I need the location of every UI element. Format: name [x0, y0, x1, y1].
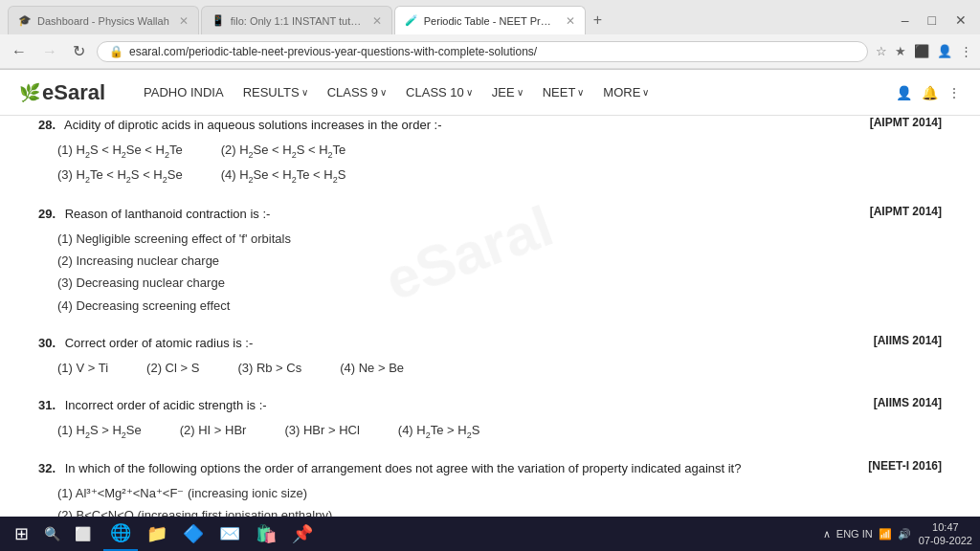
system-tray: ∧ ENG IN 📶 🔊 [823, 528, 911, 540]
neet-arrow: ∨ [577, 87, 584, 98]
taskbar-browser-app[interactable]: 🌐 [103, 517, 138, 551]
q30-source: [AIIMS 2014] [874, 334, 942, 347]
nav-class9[interactable]: CLASS 9 ∨ [327, 85, 387, 99]
nav-class10[interactable]: CLASS 10 ∨ [406, 85, 473, 99]
clock[interactable]: 10:47 07-09-2022 [919, 520, 972, 548]
star-icon[interactable]: ★ [895, 44, 906, 58]
nav-neet[interactable]: NEET ∨ [543, 85, 585, 99]
tab-filo[interactable]: 📱 filo: Only 1:1 INSTANT tutoring 6 ✕ [201, 6, 392, 34]
browser-chrome: 🎓 Dashboard - Physics Wallah ✕ 📱 filo: O… [0, 0, 980, 70]
q30-text: Correct order of atomic radius is :- [65, 336, 254, 350]
taskbar-mail-app[interactable]: ✉️ [212, 517, 247, 551]
q30-header: 30. Correct order of atomic radius is :-… [38, 334, 942, 353]
minimize-button[interactable]: – [896, 11, 915, 30]
taskbar-store-app[interactable]: 🛍️ [249, 517, 283, 551]
q30-opt4: (4) Ne > Be [340, 357, 404, 379]
nav-more[interactable]: MORE ∨ [603, 85, 649, 99]
q28-options: (1) H2S < H2Se < H2Te (2) H2Se < H2S < H… [57, 139, 942, 188]
q29-source: [AIPMT 2014] [870, 205, 942, 218]
q30-opt3: (3) Rb > Cs [237, 357, 301, 379]
forward-button[interactable]: → [38, 41, 61, 62]
logo-leaf-icon: 🌿 [19, 82, 40, 103]
q28-header: 28. Acidity of diprotic acids in aqueous… [38, 116, 942, 135]
taskbar-extra-app[interactable]: 📌 [285, 517, 320, 551]
nav-padho-india[interactable]: PADHO INDIA [144, 85, 224, 99]
nav-results[interactable]: RESULTS ∨ [243, 85, 308, 99]
q28-source: [AIPMT 2014] [870, 116, 942, 129]
start-button[interactable]: ⊞ [8, 520, 34, 547]
maximize-button[interactable]: □ [923, 11, 942, 30]
question-30: 30. Correct order of atomic radius is :-… [38, 334, 942, 379]
bookmark-icon[interactable]: ☆ [876, 44, 887, 58]
q31-opt1: (1) H2S > H2Se [57, 419, 142, 443]
q28-number: 28. [38, 118, 56, 132]
refresh-button[interactable]: ↻ [69, 40, 89, 62]
address-bar[interactable]: 🔒 esaral.com/periodic-table-neet-previou… [97, 41, 868, 62]
q31-number: 31. [38, 398, 56, 412]
q29-opt1: (1) Negligible screening effect of 'f' o… [57, 228, 942, 250]
q31-header: 31. Incorrect order of acidic strength i… [38, 396, 942, 415]
new-tab-button[interactable]: + [588, 11, 608, 29]
settings-icon[interactable]: ⋮ [947, 85, 961, 100]
question-29: 29. Reason of lanthanoid contraction is … [38, 205, 942, 317]
taskbar-edge-app[interactable]: 🔷 [176, 517, 211, 551]
q29-text: Reason of lanthanoid contraction is :- [65, 207, 271, 221]
address-bar-row: ← → ↻ 🔒 esaral.com/periodic-table-neet-p… [0, 34, 980, 69]
q30-option-row: (1) V > Ti (2) Cl > S (3) Rb > Cs (4) Ne… [57, 357, 942, 379]
extension-icon[interactable]: ⬛ [914, 44, 929, 58]
q31-opt2: (2) HI > HBr [180, 419, 247, 443]
profile-header-icon[interactable]: 👤 [896, 85, 912, 100]
q28-text: Acidity of diprotic acids in aqueous sol… [64, 118, 442, 132]
tab-periodic[interactable]: 🧪 Periodic Table - NEET Previous Y... ✕ [394, 6, 586, 34]
time-display: 10:47 [919, 520, 972, 534]
close-tab-3[interactable]: ✕ [566, 14, 575, 28]
site-header: 🌿 eSaral PADHO INDIA RESULTS ∨ CLASS 9 ∨… [0, 70, 980, 116]
q31-source: [AIIMS 2014] [874, 396, 942, 409]
search-taskbar-button[interactable]: 🔍 [38, 520, 65, 547]
browser-action-icons: ☆ ★ ⬛ 👤 ⋮ [876, 44, 972, 58]
q28-opt1: (1) H2S < H2Se < H2Te [57, 139, 183, 163]
wifi-icon[interactable]: 📶 [879, 528, 892, 540]
taskbar-app-pins: 🌐 📁 🔷 ✉️ 🛍️ 📌 [103, 517, 320, 551]
q30-number: 30. [38, 336, 56, 350]
q31-option-row: (1) H2S > H2Se (2) HI > HBr (3) HBr > HC… [57, 419, 942, 443]
q29-opt3: (3) Decreasing nuclear charge [57, 272, 942, 294]
q30-opt2: (2) Cl > S [146, 357, 199, 379]
jee-arrow: ∨ [517, 87, 523, 98]
nav-jee[interactable]: JEE ∨ [492, 85, 523, 99]
q31-options: (1) H2S > H2Se (2) HI > HBr (3) HBr > HC… [57, 419, 942, 443]
close-window-button[interactable]: ✕ [949, 11, 972, 30]
close-tab-1[interactable]: ✕ [179, 14, 189, 28]
back-button[interactable]: ← [8, 41, 31, 62]
volume-icon[interactable]: 🔊 [898, 528, 911, 540]
q29-opt2: (2) Increasing nuclear charge [57, 250, 942, 272]
q29-number: 29. [38, 207, 56, 221]
taskbar-explorer-app[interactable]: 📁 [140, 517, 174, 551]
tab-dashboard[interactable]: 🎓 Dashboard - Physics Wallah ✕ [8, 6, 199, 34]
q32-source: [NEET-I 2016] [868, 459, 942, 473]
more-arrow: ∨ [642, 87, 649, 98]
taskbar: ⊞ 🔍 ⬜ 🌐 📁 🔷 ✉️ 🛍️ 📌 ∧ ENG IN 📶 🔊 10:47 0… [0, 517, 980, 551]
class9-arrow: ∨ [380, 87, 387, 98]
site-logo[interactable]: 🌿 eSaral [19, 80, 105, 105]
q29-options: (1) Negligible screening effect of 'f' o… [57, 228, 942, 318]
q30-opt1: (1) V > Ti [57, 357, 108, 379]
q31-opt3: (3) HBr > HCl [284, 419, 359, 443]
q28-option-row-2: (3) H2Te < H2S < H2Se (4) H2Se < H2Te < … [57, 164, 942, 187]
question-28: 28. Acidity of diprotic acids in aqueous… [38, 116, 942, 187]
date-display: 07-09-2022 [919, 534, 972, 547]
site-navigation: PADHO INDIA RESULTS ∨ CLASS 9 ∨ CLASS 10… [144, 85, 896, 99]
q29-opt4: (4) Decreasing screening effect [57, 295, 942, 317]
q31-text: Incorrect order of acidic strength is :- [65, 398, 267, 412]
tray-lang: ENG IN [836, 528, 873, 540]
q31-opt4: (4) H2Te > H2S [398, 419, 480, 443]
taskview-button[interactable]: ⬜ [69, 520, 96, 547]
menu-icon[interactable]: ⋮ [960, 44, 972, 58]
q32-header: 32. In which of the following options th… [38, 459, 942, 478]
q28-option-row-1: (1) H2S < H2Se < H2Te (2) H2Se < H2S < H… [57, 139, 942, 163]
close-tab-2[interactable]: ✕ [372, 14, 382, 28]
window-controls: – □ ✕ [896, 11, 972, 30]
profile-icon[interactable]: 👤 [937, 44, 952, 58]
tray-up-icon[interactable]: ∧ [823, 528, 831, 540]
notification-icon[interactable]: 🔔 [922, 85, 938, 100]
